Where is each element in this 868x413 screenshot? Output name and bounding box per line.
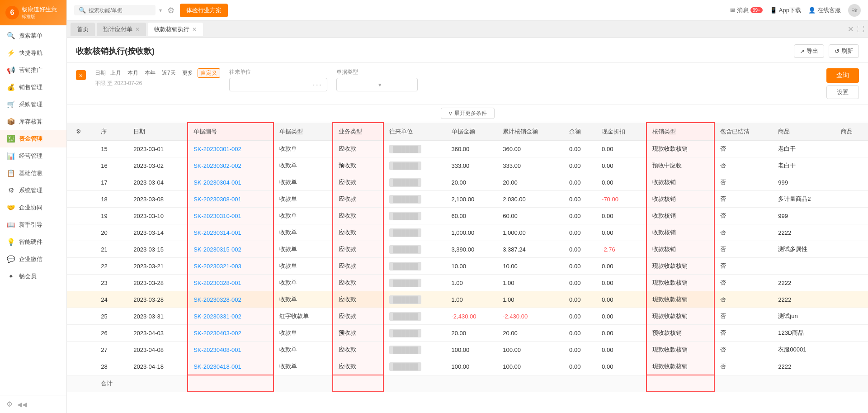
sidebar-item-basic[interactable]: 📋基础信息	[0, 165, 66, 182]
row-gear[interactable]	[67, 241, 95, 258]
row-gear[interactable]	[67, 275, 95, 291]
filter-toggle-button[interactable]: »	[76, 70, 86, 80]
unit-input-box[interactable]: ···	[229, 78, 327, 91]
this-year-btn[interactable]: 本年	[143, 68, 157, 78]
cell-bill_no[interactable]: SK-20230408-001	[188, 342, 273, 358]
sidebar-item-member[interactable]: ✦畅会员	[0, 268, 66, 285]
cell-bill_no[interactable]: SK-20230310-001	[188, 208, 273, 224]
table-area: ⚙序日期单据编号单据类型业务类型往来单位单据金额累计核销金额余额现金折扣核销类型…	[67, 122, 868, 392]
cell-acc_amount: 20.00	[497, 325, 564, 342]
cell-bill_no[interactable]: SK-20230315-002	[188, 241, 273, 258]
search-box[interactable]: 🔍	[74, 5, 156, 15]
topbar-gear-icon[interactable]: ⚙	[165, 4, 176, 17]
bill-no-link[interactable]: SK-20230331-002	[193, 313, 241, 320]
tab-prepay[interactable]: 预计应付单✕	[97, 23, 146, 36]
bill-no-link[interactable]: SK-20230408-001	[193, 347, 241, 353]
query-button[interactable]: 查询	[826, 68, 859, 83]
sidebar-item-quick[interactable]: ⚡快捷导航	[0, 44, 66, 62]
cell-partner: ██████	[383, 308, 446, 325]
cell-bill_no[interactable]: SK-20230314-001	[188, 224, 273, 241]
cell-bill_no[interactable]: SK-20230301-002	[188, 141, 273, 157]
last-7days-btn[interactable]: 近7天	[160, 68, 178, 78]
settings-icon[interactable]: ⚙	[6, 400, 13, 408]
row-gear[interactable]	[67, 342, 95, 358]
export-button[interactable]: ↗ 导出	[794, 44, 824, 58]
this-month-btn[interactable]: 本月	[126, 68, 140, 78]
sidebar-item-sales[interactable]: 💰销售管理	[0, 79, 66, 96]
message-button[interactable]: ✉ 消息 99+	[730, 6, 763, 14]
cell-cancel_type: 现款收款核销	[646, 358, 714, 375]
sidebar-item-weixin[interactable]: 💬企业微信	[0, 251, 66, 268]
cell-bill_no[interactable]: SK-20230328-002	[188, 291, 273, 308]
cell-bill_no[interactable]: SK-20230302-002	[188, 157, 273, 174]
row-gear[interactable]	[67, 208, 95, 224]
bill-no-link[interactable]: SK-20230418-001	[193, 363, 241, 370]
expand-tab-button[interactable]: ⛶	[857, 25, 864, 33]
cell-bill_no[interactable]: SK-20230328-001	[188, 275, 273, 291]
bill-no-link[interactable]: SK-20230314-001	[193, 229, 241, 236]
row-gear[interactable]	[67, 174, 95, 191]
row-gear[interactable]	[67, 325, 95, 342]
last-month-btn[interactable]: 上月	[108, 68, 123, 78]
row-gear[interactable]	[67, 141, 95, 157]
bill-no-link[interactable]: SK-20230301-002	[193, 146, 241, 152]
row-gear[interactable]	[67, 224, 95, 241]
row-gear[interactable]	[67, 358, 95, 375]
cell-goods2	[835, 358, 868, 375]
close-tab-button[interactable]: ✕	[848, 25, 854, 33]
cell-bill_no[interactable]: SK-20230403-002	[188, 325, 273, 342]
online-service-button[interactable]: 👤 在线客服	[808, 6, 841, 14]
cell-bill_no[interactable]: SK-20230321-003	[188, 258, 273, 275]
cell-bill_no[interactable]: SK-20230331-002	[188, 308, 273, 325]
setting-button[interactable]: 设置	[826, 85, 859, 99]
cell-bill_no[interactable]: SK-20230308-001	[188, 191, 273, 208]
row-gear[interactable]	[67, 258, 95, 275]
col-header-gear[interactable]: ⚙	[67, 123, 95, 141]
unit-input[interactable]	[234, 81, 310, 88]
search-icon: 🔍	[79, 7, 86, 14]
expand-conditions-button[interactable]: ∨ 展开更多条件	[441, 108, 495, 119]
bill-no-link[interactable]: SK-20230302-002	[193, 162, 241, 169]
dropdown-arrow-icon[interactable]: ▾	[159, 7, 162, 14]
solution-button[interactable]: 体验行业方案	[180, 4, 228, 17]
bill-no-link[interactable]: SK-20230328-002	[193, 296, 241, 303]
cell-amount: 60.00	[446, 208, 498, 224]
bill-no-link[interactable]: SK-20230310-001	[193, 213, 241, 219]
avatar[interactable]: Rit	[848, 4, 861, 17]
tab-collection[interactable]: 收款核销执行✕	[148, 23, 203, 36]
tab-close-collection[interactable]: ✕	[192, 26, 197, 33]
more-btn[interactable]: 更多	[180, 68, 195, 78]
bill-no-link[interactable]: SK-20230321-003	[193, 263, 241, 270]
app-download-button[interactable]: 📱 App下载	[770, 6, 801, 14]
cell-amount: 1.00	[446, 291, 498, 308]
cell-bill_no[interactable]: SK-20230304-001	[188, 174, 273, 191]
sidebar-item-purchase[interactable]: 🛒采购管理	[0, 96, 66, 113]
bill-no-link[interactable]: SK-20230308-001	[193, 196, 241, 203]
bill-no-link[interactable]: SK-20230328-001	[193, 280, 241, 286]
sidebar-item-hardware[interactable]: 💡智能硬件	[0, 233, 66, 251]
refresh-button[interactable]: ↺ 刷新	[829, 44, 859, 58]
sidebar-item-search[interactable]: 🔍搜索菜单	[0, 27, 66, 44]
row-gear[interactable]	[67, 308, 95, 325]
bill-no-link[interactable]: SK-20230403-002	[193, 330, 241, 337]
sidebar-item-inventory[interactable]: 📦库存核算	[0, 113, 66, 130]
cell-bill_type: 收款单	[274, 275, 333, 291]
cell-bill_no[interactable]: SK-20230418-001	[188, 358, 273, 375]
sidebar-item-marketing[interactable]: 📢营销推广	[0, 62, 66, 79]
row-gear[interactable]	[67, 157, 95, 174]
collapse-icon[interactable]: ◀◀	[17, 401, 27, 408]
tab-close-prepay[interactable]: ✕	[135, 26, 140, 33]
custom-date-btn[interactable]: 自定义	[198, 68, 220, 78]
sidebar-item-system[interactable]: ⚙系统管理	[0, 182, 66, 199]
sidebar-item-guide[interactable]: 📖新手引导	[0, 216, 66, 233]
type-select[interactable]: ▾	[336, 78, 418, 91]
sidebar-item-operation[interactable]: 📊经营管理	[0, 147, 66, 165]
sidebar-item-finance[interactable]: 💹资金管理	[0, 130, 66, 147]
row-gear[interactable]	[67, 291, 95, 308]
row-gear[interactable]	[67, 191, 95, 208]
bill-no-link[interactable]: SK-20230315-002	[193, 246, 241, 253]
sidebar-item-corp[interactable]: 🤝企业协同	[0, 199, 66, 216]
bill-no-link[interactable]: SK-20230304-001	[193, 179, 241, 186]
search-input[interactable]	[89, 7, 147, 14]
tab-home[interactable]: 首页	[71, 23, 95, 36]
